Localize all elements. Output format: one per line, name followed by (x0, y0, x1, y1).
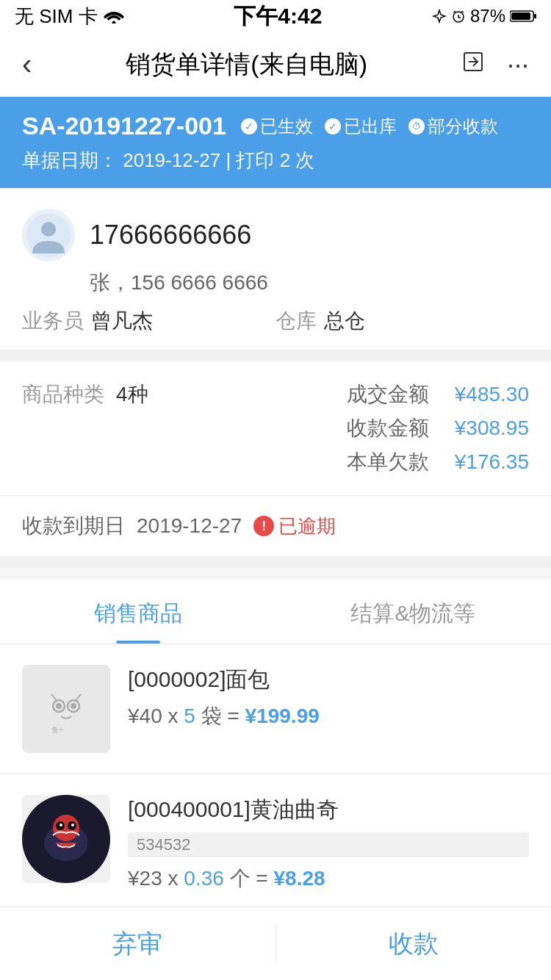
product-name-2: [000400001]黄油曲奇 (128, 795, 529, 825)
warehouse-value: 总仓 (324, 307, 365, 335)
product-tag-2: 534532 (128, 832, 529, 857)
stats-right: 成交金额 ¥485.30 收款金额 ¥308.95 本单欠款 ¥176.35 (347, 381, 529, 476)
customer-avatar (22, 209, 75, 262)
date-label: 单据日期： (22, 149, 118, 171)
battery-icon (510, 10, 536, 23)
order-header: SA-20191227-001 ✓ 已生效 ✓ 已出库 ⏱ 部分收款 单据日期：… (0, 97, 551, 188)
product-total-2: ¥8.28 (273, 867, 325, 890)
amount-row: 成交金额 ¥485.30 (347, 381, 529, 408)
overdue-icon: ! (253, 516, 274, 536)
received-value: ¥308.95 (441, 417, 529, 440)
svg-point-0 (112, 21, 115, 24)
print-info: | 打印 2 次 (226, 149, 314, 171)
order-date: 2019-12-27 (123, 149, 220, 171)
stats-section: 商品种类 4种 成交金额 ¥485.30 收款金额 ¥308.95 本单欠款 ¥… (0, 361, 551, 495)
tab-sales-products[interactable]: 销售商品 (0, 580, 276, 644)
tabs-header: 销售商品 结算&物流等 (0, 580, 551, 644)
badge-activated: ✓ 已生效 (241, 115, 313, 138)
product-image-2 (22, 795, 110, 883)
warehouse-info: 仓库 总仓 (276, 307, 529, 335)
svg-point-16 (71, 703, 76, 709)
owed-label: 本单欠款 (347, 448, 429, 476)
due-date-section: 收款到期日 2019-12-27 ! 已逾期 (0, 495, 551, 556)
location-icon (432, 9, 447, 24)
product-type-stat: 商品种类 4种 (22, 381, 148, 408)
product-list: 鱼+ [0000002]面包 ¥40 x 5 袋 = ¥199.99 (0, 644, 551, 914)
salesperson-value: 曾凡杰 (91, 307, 153, 335)
svg-point-23 (60, 824, 62, 826)
nav-actions: ··· (461, 49, 529, 80)
status-right: 87% (432, 6, 536, 26)
tab-settlement[interactable]: 结算&物流等 (276, 580, 551, 644)
order-id: SA-20191227-001 (22, 112, 226, 140)
product-price-2: ¥23 x 0.36 个 = ¥8.28 (128, 865, 529, 893)
product-thumb-2 (22, 795, 110, 883)
bottom-bar: 弃审 收款 (0, 907, 551, 980)
due-date-label: 收款到期日 (22, 512, 125, 540)
battery-text: 87% (470, 6, 505, 26)
product-type-label: 商品种类 (22, 381, 104, 408)
status-left: 无 SIM 卡 (15, 4, 124, 29)
confirm-button[interactable]: 收款 (276, 912, 552, 976)
received-row: 收款金额 ¥308.95 (347, 414, 529, 442)
product-qty-1: 5 (184, 705, 195, 727)
cancel-button[interactable]: 弃审 (0, 912, 276, 976)
customer-phone: 17666666666 (90, 220, 251, 251)
svg-rect-8 (511, 12, 530, 20)
svg-point-15 (56, 703, 62, 709)
due-date-value: 2019-12-27 (137, 514, 242, 538)
status-time: 下午4:42 (234, 1, 322, 32)
check-icon-1: ✓ (241, 118, 257, 134)
svg-point-12 (40, 682, 93, 735)
amount-value: ¥485.30 (441, 383, 529, 406)
svg-text:鱼+: 鱼+ (51, 726, 63, 734)
status-bar: 无 SIM 卡 下午4:42 87% (0, 0, 551, 32)
product-type-count: 4种 (116, 381, 148, 408)
product-price-1: ¥40 x 5 袋 = ¥199.99 (128, 702, 529, 730)
order-date-row: 单据日期： 2019-12-27 | 打印 2 次 (22, 148, 529, 173)
stats-left: 商品种类 4种 (22, 381, 148, 408)
tabs-section: 销售商品 结算&物流等 鱼+ (0, 580, 551, 914)
product-total-1: ¥199.99 (245, 705, 320, 727)
wifi-icon (104, 9, 124, 24)
product-item-1: 鱼+ [0000002]面包 ¥40 x 5 袋 = ¥199.99 (0, 644, 551, 774)
product-item-2: [000400001]黄油曲奇 534532 ¥23 x 0.36 个 = ¥8… (0, 774, 551, 914)
product-name-1: [0000002]面包 (128, 665, 529, 695)
salesperson-info: 业务员 曾凡杰 (22, 307, 276, 335)
warehouse-label: 仓库 (276, 307, 317, 335)
status-badges: ✓ 已生效 ✓ 已出库 ⏱ 部分收款 (241, 115, 498, 138)
svg-point-24 (71, 824, 74, 826)
alarm-icon (451, 9, 466, 24)
badge-shipped: ✓ 已出库 (325, 115, 397, 138)
owed-row: 本单欠款 ¥176.35 (347, 448, 529, 476)
svg-point-11 (41, 222, 56, 237)
svg-rect-7 (534, 14, 536, 18)
amount-label: 成交金额 (347, 381, 429, 408)
clock-icon: ⏱ (408, 118, 425, 134)
product-thumb-1: 鱼+ (22, 665, 110, 753)
thumb-placeholder-1: 鱼+ (22, 665, 110, 753)
page-title: 销货单详情(来自电脑) (126, 48, 367, 82)
product-info-2: [000400001]黄油曲奇 534532 ¥23 x 0.36 个 = ¥8… (128, 795, 529, 893)
customer-section: 17666666666 张，156 6666 6666 业务员 曾凡杰 仓库 总… (0, 188, 551, 350)
divider-1 (0, 350, 551, 361)
received-label: 收款金额 (347, 414, 429, 442)
check-icon-2: ✓ (325, 118, 341, 134)
customer-sub-info: 张，156 6666 6666 (90, 269, 529, 297)
divider-2 (0, 556, 551, 568)
owl-icon: 鱼+ (37, 680, 96, 738)
salesperson-label: 业务员 (22, 307, 84, 335)
share-icon[interactable] (461, 49, 485, 80)
overdue-label: 已逾期 (278, 514, 336, 539)
product-info-1: [0000002]面包 ¥40 x 5 袋 = ¥199.99 (128, 665, 529, 730)
sim-status: 无 SIM 卡 (15, 4, 98, 29)
owed-value: ¥176.35 (441, 450, 529, 474)
overdue-badge: ! 已逾期 (253, 514, 336, 539)
more-icon[interactable]: ··· (507, 49, 529, 80)
product-qty-2: 0.36 (184, 867, 224, 890)
person-icon (26, 213, 71, 257)
back-button[interactable]: ‹ (22, 48, 32, 81)
badge-partial-payment: ⏱ 部分收款 (408, 115, 498, 138)
customer-meta: 业务员 曾凡杰 仓库 总仓 (22, 307, 529, 335)
nav-bar: ‹ 销货单详情(来自电脑) ··· (0, 32, 551, 97)
